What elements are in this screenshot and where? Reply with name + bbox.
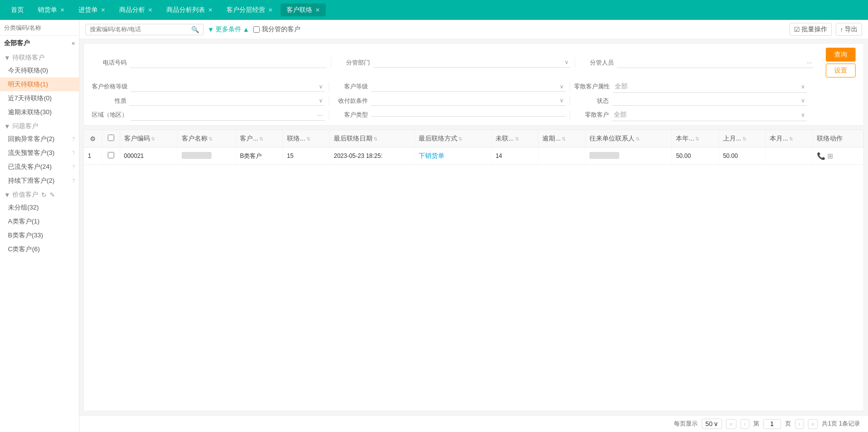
row-select-checkbox[interactable] <box>108 152 114 158</box>
cust-level-select[interactable]: ∨ <box>371 82 566 92</box>
close-icon[interactable]: ✕ <box>268 7 273 13</box>
sidebar-item-7days[interactable]: 近7天待联络(0) <box>0 91 79 105</box>
col-name[interactable]: 客户名称 ⇅ <box>178 130 236 147</box>
sidebar-item-overdue[interactable]: 逾期未联络(30) <box>0 105 79 119</box>
col-this-year[interactable]: 本年... ⇅ <box>672 130 719 147</box>
price-select[interactable]: ∨ <box>131 82 325 92</box>
status-select[interactable]: ∨ <box>612 96 807 106</box>
problem-group-title: ▼ 问题客户 <box>0 119 79 132</box>
prev-page-button[interactable]: ‹ <box>740 419 749 429</box>
masked-contact <box>589 152 619 159</box>
sidebar-item-tomorrow[interactable]: 明天待联络(1) <box>0 77 79 91</box>
cust-type-select[interactable] <box>371 113 566 117</box>
sidebar-item-abnormal[interactable]: 回购异常客户(2) ? <box>0 132 79 146</box>
dept-select[interactable]: ∨ <box>373 58 570 68</box>
last-page-button[interactable]: » <box>808 419 818 429</box>
retail-select[interactable]: 全部 ∨ <box>612 109 807 121</box>
help-icon[interactable]: ? <box>72 164 75 170</box>
sort-icon: ⇅ <box>789 136 793 142</box>
customer-table: ⚙ 客户编码 ⇅ 客户名称 <box>83 130 864 411</box>
phone-input[interactable] <box>130 58 327 68</box>
sidebar-search-input[interactable] <box>4 24 78 31</box>
sidebar-item-declining[interactable]: 持续下滑客户(2) ? <box>0 174 79 188</box>
divider <box>331 58 331 68</box>
col-code[interactable]: 客户编码 ⇅ <box>120 130 178 147</box>
sort-icon: ⇅ <box>636 136 640 142</box>
nav-purchase[interactable]: 进货单 ✕ <box>72 3 111 16</box>
collapse-icon: « <box>72 40 75 47</box>
gear-icon[interactable]: ⚙ <box>90 135 96 143</box>
manager-select[interactable]: ··· <box>617 57 814 68</box>
chevron-down-icon: ∨ <box>565 59 569 66</box>
close-icon[interactable]: ✕ <box>148 7 152 13</box>
batch-op-button[interactable]: ☑ 批量操作 <box>790 23 832 36</box>
main-search-input[interactable] <box>90 26 189 33</box>
phone-action-icon[interactable]: 📞 <box>817 152 825 160</box>
chevron-up-icon: ▲ <box>243 26 249 33</box>
select-all-checkbox[interactable] <box>108 135 114 141</box>
more-conditions-btn[interactable]: ▼ 更多条件 ▲ <box>208 25 249 34</box>
sidebar-item-churn-warning[interactable]: 流失预警客户(3) ? <box>0 146 79 160</box>
sidebar-item-c-class[interactable]: C类客户(6) <box>0 242 79 256</box>
sidebar-item-churned[interactable]: 已流失客户(24) ? <box>0 160 79 174</box>
export-button[interactable]: ↑ 导出 <box>836 23 863 36</box>
page-size-select[interactable]: 50 ∨ <box>702 419 722 429</box>
sidebar-item-today[interactable]: 今天待联络(0) <box>0 64 79 77</box>
settings-button[interactable]: 设置 <box>826 64 856 77</box>
region-label: 区域（地区） <box>92 111 128 119</box>
last-method-link[interactable]: 下销货单 <box>419 152 444 159</box>
col-last-month[interactable]: 上月... ⇅ <box>719 130 765 147</box>
nature-select[interactable]: ∨ <box>130 96 325 106</box>
edit-icon[interactable]: ✎ <box>50 191 55 199</box>
sort-icon: ⇅ <box>695 136 699 142</box>
col-type[interactable]: 客户... ⇅ <box>236 130 283 147</box>
nav-analysis[interactable]: 商品分析 ✕ <box>113 3 158 16</box>
gear-col[interactable]: ⚙ <box>84 130 102 147</box>
close-icon[interactable]: ✕ <box>101 7 105 13</box>
nature-label: 性质 <box>92 97 127 105</box>
col-last-date[interactable]: 最后联络日期 ⇅ <box>330 130 414 147</box>
my-customers-checkbox[interactable]: 我分管的客户 <box>253 25 300 34</box>
chevron-down-icon: ∨ <box>319 83 323 90</box>
nav-customer-contact[interactable]: 客户联络 ✕ <box>281 3 326 16</box>
col-this-month[interactable]: 本月... ⇅ <box>766 130 812 147</box>
ellipsis-icon[interactable]: ··· <box>317 111 323 119</box>
row-actions: 📞 ⊞ <box>812 147 863 165</box>
close-icon[interactable]: ✕ <box>60 7 65 13</box>
close-icon[interactable]: ✕ <box>208 7 213 13</box>
filter-status: 状态 ∨ <box>574 96 807 106</box>
help-icon[interactable]: ? <box>72 136 75 142</box>
sidebar-item-ungrouped[interactable]: 未分组(32) <box>0 201 79 215</box>
row-this-month <box>766 147 812 165</box>
close-icon[interactable]: ✕ <box>315 7 320 13</box>
retail-attr-select[interactable]: 全部 ∨ <box>613 80 807 93</box>
all-customers-header[interactable]: 全部客户 « <box>0 36 79 51</box>
grid-action-icon[interactable]: ⊞ <box>827 152 833 160</box>
col-last-method[interactable]: 最后联络方式 ⇅ <box>414 130 491 147</box>
nav-home[interactable]: 首页 <box>5 3 30 16</box>
ellipsis-icon[interactable]: ··· <box>806 59 812 66</box>
search-icon[interactable]: 🔍 <box>191 26 199 33</box>
first-page-button[interactable]: « <box>726 419 736 429</box>
refresh-icon[interactable]: ↻ <box>41 191 47 199</box>
nav-sales[interactable]: 销货单 ✕ <box>32 3 71 16</box>
col-unlinked[interactable]: 未联... ⇅ <box>491 130 538 147</box>
my-customers-check[interactable] <box>253 26 260 33</box>
help-icon[interactable]: ? <box>72 178 75 184</box>
col-unit-contact[interactable]: 往来单位联系人 ⇅ <box>585 130 672 147</box>
next-page-button[interactable]: › <box>795 419 804 429</box>
col-contact[interactable]: 联络... ⇅ <box>283 130 329 147</box>
query-button[interactable]: 查询 <box>826 48 856 62</box>
sidebar-item-b-class[interactable]: B类客户(33) <box>0 228 79 242</box>
row-name <box>178 147 236 165</box>
page-input[interactable] <box>763 419 781 429</box>
col-overdue[interactable]: 逾期... ⇅ <box>538 130 585 147</box>
help-icon[interactable]: ? <box>72 150 75 156</box>
nav-customer-tier[interactable]: 客户分层经营 ✕ <box>220 3 279 16</box>
top-actions: ☑ 批量操作 ↑ 导出 <box>790 23 863 36</box>
nav-analysis-list[interactable]: 商品分析列表 ✕ <box>160 3 218 16</box>
sort-icon: ⇅ <box>742 136 746 142</box>
payment-select[interactable]: ∨ <box>371 96 566 106</box>
region-select[interactable]: ··· <box>131 110 325 121</box>
sidebar-item-a-class[interactable]: A类客户(1) <box>0 215 79 228</box>
